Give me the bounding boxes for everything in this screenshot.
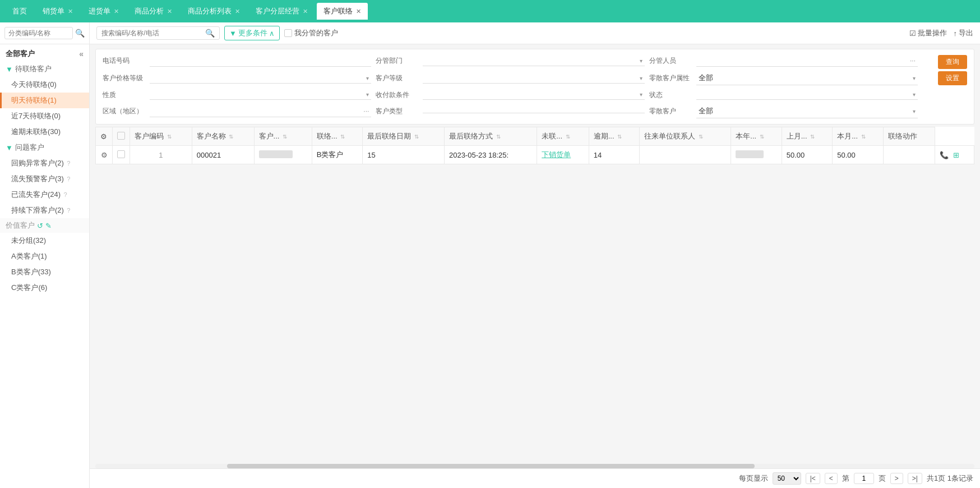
th-gear[interactable]: ⚙: [96, 127, 113, 146]
th-last-contact-date[interactable]: 最后联络日期 ⇅: [363, 127, 445, 146]
my-customers-checkbox[interactable]: [284, 29, 292, 37]
row-last-contact-type[interactable]: 下销货单: [537, 146, 589, 164]
sidebar-search-icon[interactable]: 🔍: [75, 29, 85, 38]
refresh-icon[interactable]: ↺: [37, 222, 43, 230]
per-page-select[interactable]: 50 100: [773, 472, 801, 485]
table-body: ⚙ 1 000021 B类客户 15 2023-05-23 18:25: 下销货…: [96, 146, 974, 164]
nav-purchase-order[interactable]: 进货单 ✕: [82, 3, 126, 20]
phone-icon[interactable]: 📞: [940, 151, 949, 159]
th-this-month[interactable]: 本月... ⇅: [833, 127, 883, 146]
row-select-checkbox[interactable]: [117, 150, 125, 158]
sidebar-item-declining[interactable]: 持续下滑客户(2) ?: [0, 202, 89, 218]
filter-customer-grade-label: 客户等级: [376, 73, 420, 83]
th-last-contact-type[interactable]: 最后联络方式 ⇅: [444, 127, 537, 146]
row-name[interactable]: [254, 146, 312, 164]
filter-customer-grade-select[interactable]: ▾: [423, 73, 644, 84]
th-customer-code[interactable]: 客户编码 ⇅: [130, 127, 192, 146]
sidebar-group-pending[interactable]: ▼ 待联络客户: [0, 61, 89, 77]
close-icon[interactable]: ✕: [356, 8, 361, 15]
edit-icon[interactable]: ✎: [45, 222, 52, 230]
th-last-month[interactable]: 上月... ⇅: [782, 127, 832, 146]
close-icon[interactable]: ✕: [235, 8, 240, 15]
arrow-down-icon: ▼: [6, 144, 13, 152]
settings-button[interactable]: 设置: [938, 71, 967, 85]
nav-sales-order[interactable]: 销货单 ✕: [36, 3, 80, 20]
th-customer-name[interactable]: 客户名称 ⇅: [192, 127, 254, 146]
filter-price-level-select[interactable]: ▾: [150, 73, 371, 84]
filter-nature-select[interactable]: ▾: [150, 90, 371, 100]
sidebar-group-value[interactable]: 价值客户 ↺ ✎: [0, 218, 89, 233]
filter-retail-customer-select[interactable]: 全部 ▾: [696, 104, 918, 118]
last-page-button[interactable]: >|: [908, 473, 922, 484]
scrollbar-thumb[interactable]: [227, 464, 755, 468]
th-contact-count[interactable]: 联络... ⇅: [312, 127, 362, 146]
filter-dept-select[interactable]: ▾: [423, 56, 644, 66]
th-contact-person[interactable]: 往来单位联系人 ⇅: [640, 127, 731, 146]
sort-icon: ⇅: [414, 133, 419, 140]
filter-payment-label: 收付款条件: [376, 90, 420, 100]
th-unlocked[interactable]: 未联... ⇅: [537, 127, 589, 146]
sidebar-group-problem[interactable]: ▼ 问题客户: [0, 140, 89, 155]
th-this-year[interactable]: 本年... ⇅: [731, 127, 782, 146]
sidebar-item-ungrouped[interactable]: 未分组(32): [0, 233, 89, 248]
sort-icon: ⇅: [699, 133, 703, 140]
filter-phone-input[interactable]: [150, 55, 371, 67]
nav-product-analysis-list[interactable]: 商品分析列表 ✕: [181, 3, 247, 20]
sidebar-search-input[interactable]: [4, 27, 73, 39]
sidebar-item-today-pending[interactable]: 今天待联络(0): [0, 77, 89, 93]
filter-region-select[interactable]: ···: [150, 105, 371, 117]
main-layout: 🔍 全部客户 « ▼ 待联络客户 今天待联络(0) 明天待联络(1) 近7天待联…: [0, 22, 980, 488]
my-customers-checkbox-area[interactable]: 我分管的客户: [284, 28, 338, 38]
chevron-down-icon: ▾: [913, 75, 916, 81]
close-icon[interactable]: ✕: [167, 8, 172, 15]
horizontal-scrollbar[interactable]: [95, 464, 974, 468]
close-icon[interactable]: ✕: [68, 8, 73, 15]
filter-retail-customer-label: 零散客户: [649, 107, 694, 116]
filter-status-select[interactable]: ▾: [696, 90, 918, 100]
nav-customer-segmentation[interactable]: 客户分层经营 ✕: [249, 3, 315, 20]
more-icon[interactable]: ···: [363, 107, 369, 115]
select-all-checkbox[interactable]: [117, 132, 125, 140]
prev-page-button[interactable]: <: [825, 473, 838, 484]
sidebar-item-week-pending[interactable]: 近7天待联络(0): [0, 108, 89, 124]
more-icon[interactable]: ···: [910, 57, 916, 65]
help-icon[interactable]: ?: [67, 160, 70, 167]
sidebar-item-churned[interactable]: 已流失客户(24) ?: [0, 187, 89, 202]
close-icon[interactable]: ✕: [303, 8, 308, 15]
help-icon[interactable]: ?: [67, 176, 70, 182]
grid-icon[interactable]: ⊞: [953, 151, 959, 159]
close-icon[interactable]: ✕: [114, 8, 119, 15]
filter-customer-type-select[interactable]: [423, 109, 644, 113]
nav-customer-contact[interactable]: 客户联络 ✕: [317, 3, 368, 20]
sidebar-item-class-a[interactable]: A类客户(1): [0, 248, 89, 264]
batch-operation-button[interactable]: ☑ 批量操作: [909, 28, 947, 38]
more-filter-button[interactable]: ▼ 更多条件 ∧: [224, 26, 280, 40]
sidebar-item-churn-warning[interactable]: 流失预警客户(3) ?: [0, 171, 89, 187]
next-page-button[interactable]: >: [890, 473, 903, 484]
nav-home[interactable]: 首页: [6, 3, 34, 20]
gear-icon[interactable]: ⚙: [100, 132, 107, 141]
search-input[interactable]: [101, 29, 205, 37]
sidebar-item-class-b[interactable]: B类客户(33): [0, 264, 89, 280]
export-button[interactable]: ↑ 导出: [954, 28, 974, 38]
filter-payment-cell: 收付款条件 ▾: [376, 90, 644, 100]
first-page-button[interactable]: |<: [806, 473, 820, 484]
sidebar-all-customers[interactable]: 全部客户 «: [0, 44, 89, 61]
row-index: 1: [130, 146, 192, 164]
sidebar-item-tomorrow-pending[interactable]: 明天待联络(1): [0, 93, 89, 108]
sidebar-item-overdue-pending[interactable]: 逾期未联络(30): [0, 124, 89, 140]
help-icon[interactable]: ?: [63, 191, 67, 198]
filter-manager-select[interactable]: ···: [696, 55, 918, 67]
query-button[interactable]: 查询: [938, 55, 967, 69]
sidebar-item-class-c[interactable]: C类客户(6): [0, 280, 89, 296]
th-customer-type[interactable]: 客户... ⇅: [254, 127, 312, 146]
page-number-input[interactable]: [854, 473, 874, 484]
sidebar-collapse-icon[interactable]: «: [79, 49, 84, 58]
sidebar-item-repurchase-anomaly[interactable]: 回购异常客户(2) ?: [0, 155, 89, 171]
nav-product-analysis[interactable]: 商品分析 ✕: [128, 3, 179, 20]
filter-payment-select[interactable]: ▾: [423, 90, 644, 100]
search-icon[interactable]: 🔍: [205, 29, 215, 38]
help-icon[interactable]: ?: [67, 207, 70, 214]
th-overdue[interactable]: 逾期... ⇅: [589, 127, 639, 146]
filter-retail-attr-select[interactable]: 全部 ▾: [696, 71, 918, 85]
